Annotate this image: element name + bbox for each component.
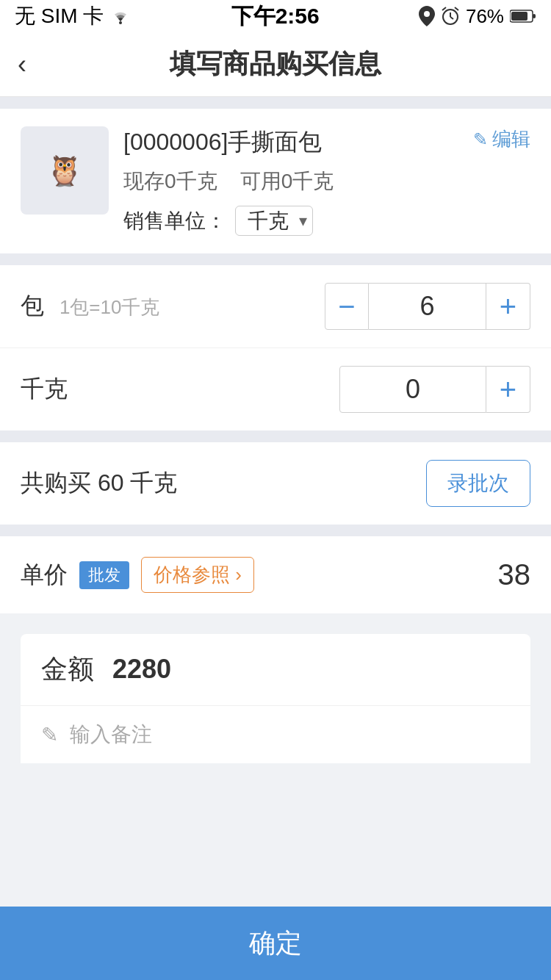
amount-section: 金额 2280 ✎ 输入备注 [0, 613, 551, 763]
edit-button[interactable]: ✎ 编辑 [473, 126, 530, 152]
bag-input-row: 包 1包=10千克 − + [0, 265, 551, 348]
svg-rect-7 [533, 14, 536, 18]
svg-point-0 [119, 21, 122, 24]
amount-row: 金额 2280 [21, 634, 530, 705]
kg-input-row: 千克 + [0, 348, 551, 430]
product-card: 🦉 [0000006]手撕面包 现存0千克 可用0千克 销售单位： 千克 ✎ 编… [0, 109, 551, 253]
bag-plus-button[interactable]: + [486, 283, 530, 330]
pencil-icon: ✎ [41, 723, 58, 747]
amount-label: 金额 [41, 654, 94, 684]
product-unit: 销售单位： 千克 [123, 206, 530, 236]
svg-line-3 [450, 17, 453, 19]
section-sep-1 [0, 253, 551, 265]
status-time: 下午2:56 [231, 1, 320, 32]
unit-select-wrapper[interactable]: 千克 [235, 206, 313, 236]
page-title: 填写商品购买信息 [170, 46, 381, 82]
location-icon [419, 6, 435, 26]
price-ref-button[interactable]: 价格参照 › [141, 557, 254, 593]
summary-text: 共购买 60 千克 [21, 467, 177, 500]
nav-bar: ‹ 填写商品购买信息 [0, 32, 551, 97]
section-sep-3 [0, 525, 551, 536]
top-divider [0, 97, 551, 109]
remark-placeholder: 输入备注 [70, 721, 152, 749]
product-name: [0000006]手撕面包 [123, 126, 530, 159]
status-bar: 无 SIM 卡 下午2:56 76% [0, 0, 551, 32]
edit-icon: ✎ [473, 129, 488, 150]
price-tag: 批发 [79, 561, 129, 589]
price-row: 单价 批发 价格参照 › 38 [0, 536, 551, 613]
kg-quantity-input[interactable] [339, 366, 486, 413]
wifi-icon [109, 8, 132, 24]
back-button[interactable]: ‹ [18, 49, 26, 80]
bag-qty-control: − + [325, 283, 530, 330]
record-button[interactable]: 录批次 [426, 460, 530, 507]
bag-sub-label: 1包=10千克 [60, 296, 160, 318]
status-carrier: 无 SIM 卡 [15, 2, 132, 30]
main-content: 🦉 [0000006]手撕面包 现存0千克 可用0千克 销售单位： 千克 ✎ 编… [0, 97, 551, 980]
unit-select[interactable]: 千克 [235, 206, 313, 236]
summary-row: 共购买 60 千克 录批次 [0, 442, 551, 525]
kg-label: 千克 [21, 373, 339, 406]
status-right: 76% [419, 5, 536, 28]
svg-line-5 [455, 7, 458, 10]
battery-icon [510, 9, 536, 24]
bag-label: 包 1包=10千克 [21, 290, 325, 323]
price-section: 单价 批发 价格参照 › 38 [0, 536, 551, 613]
battery-level: 76% [466, 5, 504, 28]
confirm-bar[interactable]: 确定 [0, 907, 551, 980]
bag-minus-button[interactable]: − [325, 283, 369, 330]
product-stock: 现存0千克 可用0千克 [123, 167, 530, 195]
svg-line-4 [442, 7, 446, 10]
remark-row[interactable]: ✎ 输入备注 [21, 705, 530, 763]
confirm-button-label: 确定 [249, 926, 302, 962]
summary-section: 共购买 60 千克 录批次 [0, 442, 551, 525]
svg-rect-8 [511, 12, 527, 21]
bag-quantity-input[interactable] [369, 283, 486, 330]
amount-value: 2280 [112, 654, 171, 684]
product-image: 🦉 [21, 126, 109, 215]
product-info: [0000006]手撕面包 现存0千克 可用0千克 销售单位： 千克 [123, 126, 530, 236]
price-label: 单价 [21, 559, 68, 591]
kg-plus-button[interactable]: + [486, 366, 530, 413]
section-sep-2 [0, 430, 551, 442]
price-value: 38 [498, 558, 531, 591]
product-logo: 🦉 [46, 154, 83, 188]
kg-qty-control: + [339, 366, 530, 413]
alarm-icon [441, 6, 460, 26]
input-section: 包 1包=10千克 − + 千克 + [0, 265, 551, 430]
